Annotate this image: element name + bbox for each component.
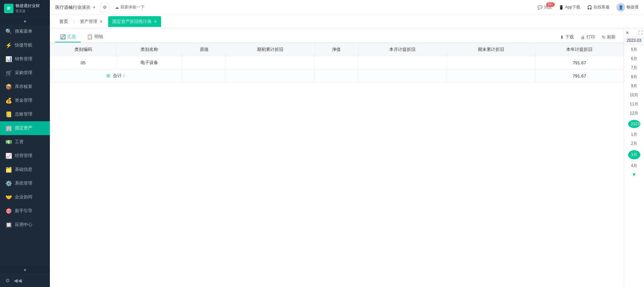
message-badge: 99+ [546, 2, 555, 7]
message-button[interactable]: 💬 消息 99+ [538, 4, 552, 10]
download-label: 下载 [565, 34, 574, 40]
subtab-detail[interactable]: 📋 明细 [82, 32, 108, 42]
sidebar-item-label: 采购管理 [15, 70, 32, 76]
sidebar-item-label: 新手引导 [15, 208, 32, 214]
sidebar-item-search[interactable]: 🔍 搜索菜单 [0, 25, 50, 38]
year-2023-label[interactable]: 2023 [628, 120, 640, 128]
collapse-icon[interactable]: ◀◀ [14, 278, 22, 284]
company-selector[interactable]: 医疗器械行业演示 ▼ [55, 4, 96, 10]
sidebar-bottom: ⚙ ◀◀ [0, 274, 50, 287]
sidebar-item-purchase[interactable]: 🛒 采购管理 [0, 66, 50, 80]
tab-home-label: 首页 [59, 19, 68, 25]
date-item-jul[interactable]: 7月 [624, 63, 644, 72]
date-item-dec[interactable]: 12月 [624, 109, 644, 118]
sidebar-item-quicknav[interactable]: ⚡ 快捷导航 [0, 38, 50, 52]
row-monthly [358, 56, 447, 69]
sidebar-item-label: 经营管理 [15, 153, 32, 159]
mobile-icon: 📱 [559, 5, 564, 10]
app-download-button[interactable]: 📱 App下载 [559, 4, 580, 10]
detail-icon: 📋 [87, 34, 93, 39]
collab-icon: 🤝 [5, 194, 12, 200]
tab-asset-mgmt[interactable]: 资产管理 ✕ [76, 16, 107, 27]
date-item-mar-active[interactable]: 3月 [628, 150, 640, 159]
experience-button[interactable]: ☁ 我要体验一下 [115, 4, 145, 10]
total-initial-dep [226, 69, 314, 83]
experience-label: 我要体验一下 [120, 4, 145, 10]
table-row: 05 电子设备 791.67 [50, 56, 624, 69]
tabbar: 首页 | 资产管理 ✕ 固定资产折旧统计表 ✕ [50, 15, 644, 28]
total-label: ⊞ 合计： [50, 69, 182, 83]
date-item-jan[interactable]: 1月 [624, 130, 644, 139]
sidebar-item-basic[interactable]: 🗂️ 基础信息 [0, 163, 50, 177]
sidebar-item-sales[interactable]: 📊 销售管理 [0, 52, 50, 66]
sidebar-item-operation[interactable]: 📈 经营管理 [0, 149, 50, 163]
sidebar-scroll-up[interactable]: ▲ [0, 17, 50, 25]
tab-asset-mgmt-close[interactable]: ✕ [99, 19, 103, 24]
date-item-aug[interactable]: 8月 [624, 72, 644, 82]
tab-depreciation[interactable]: 固定资产折旧统计表 ✕ [108, 16, 161, 27]
date-item-nov[interactable]: 11月 [624, 100, 644, 109]
customer-service-label: 在线客服 [593, 4, 610, 10]
chevron-down-icon: ▼ [632, 172, 637, 177]
sidebar-item-label: 系统管理 [15, 180, 32, 186]
tab-home[interactable]: 首页 [55, 16, 72, 27]
download-button[interactable]: ⬇ 下载 [557, 33, 577, 41]
sidebar-item-label: 销售管理 [15, 56, 32, 62]
sidebar-item-collab[interactable]: 🤝 企业协同 [0, 190, 50, 204]
customer-service-button[interactable]: 🎧 在线客服 [587, 4, 610, 10]
basic-info-icon: 🗂️ [5, 166, 12, 173]
date-item-oct[interactable]: 10月 [624, 91, 644, 100]
row-code: 05 [50, 56, 116, 69]
sidebar-item-label: 总账管理 [15, 111, 32, 117]
sidebar-item-label: 应用中心 [15, 222, 32, 228]
sales-icon: 📊 [5, 56, 12, 62]
date-panel-expand-icon[interactable]: ⛶ [638, 30, 643, 35]
user-name: 畅捷通 [626, 4, 639, 10]
sidebar-item-guide[interactable]: 🎯 新手引导 [0, 204, 50, 218]
date-item-apr[interactable]: 4月 [624, 161, 644, 170]
tab-depreciation-close[interactable]: ✕ [154, 19, 157, 24]
tab-depreciation-label: 固定资产折旧统计表 [112, 19, 152, 25]
date-scroll-down[interactable]: ▼ [632, 170, 637, 179]
sidebar-item-finance[interactable]: 💰 资金管理 [0, 94, 50, 107]
row-name: 电子设备 [116, 56, 182, 69]
sidebar-scroll-down[interactable]: ▼ [0, 266, 50, 274]
row-initial-dep [226, 56, 314, 69]
user-menu[interactable]: 👤 畅捷通 [616, 3, 639, 12]
total-icon: ⊞ [106, 73, 110, 78]
sidebar-nav: 🔍 搜索菜单 ⚡ 快捷导航 📊 销售管理 🛒 采购管理 📦 库存核算 💰 资金管… [0, 25, 50, 266]
total-ending [447, 69, 535, 83]
payroll-icon: 💵 [5, 139, 12, 145]
col-header-initial-dep: 期初累计折旧 [226, 43, 314, 56]
main-area: 医疗器械行业演示 ▼ ⚙ ☁ 我要体验一下 💬 消息 99+ 📱 App下载 🎧… [50, 0, 644, 287]
row-original [182, 56, 226, 69]
settings-bottom-icon[interactable]: ⚙ [5, 278, 10, 284]
sidebar-item-apps[interactable]: 🔲 应用中心 [0, 218, 50, 232]
refresh-button[interactable]: ↻ 刷新 [599, 33, 618, 41]
date-item-jun[interactable]: 6月 [624, 54, 644, 63]
subtab-summary[interactable]: 🔄 汇总 [55, 32, 81, 42]
apps-icon: 🔲 [5, 222, 12, 228]
sidebar-item-fixed[interactable]: 🏢 固定资产 [0, 121, 50, 135]
date-item-may[interactable]: 5月 [624, 45, 644, 54]
sidebar-item-inventory[interactable]: 📦 库存核算 [0, 80, 50, 94]
finance-icon: 💰 [5, 97, 12, 104]
sidebar-item-ledger[interactable]: 📒 总账管理 [0, 107, 50, 121]
total-net [314, 69, 358, 83]
sidebar-item-payroll[interactable]: 💵 工资 [0, 135, 50, 149]
print-button[interactable]: 🖨 打印 [578, 33, 598, 41]
date-panel-close-icon[interactable]: ✕ [625, 30, 629, 35]
logo-icon: 财 [4, 4, 13, 13]
sidebar-item-system[interactable]: ⚙️ 系统管理 [0, 177, 50, 190]
date-item-feb[interactable]: 2月 [624, 139, 644, 148]
date-item-sep[interactable]: 9月 [624, 82, 644, 91]
print-label: 打印 [586, 34, 595, 40]
table-total-row: ⊞ 合计： 791.67 [50, 69, 624, 83]
topbar-settings-button[interactable]: ⚙ [100, 3, 110, 12]
guide-icon: 🎯 [5, 208, 12, 214]
sidebar-item-label: 企业协同 [15, 194, 32, 200]
app-title: 畅捷通好业财 [16, 3, 40, 9]
depreciation-table: 类别编码 类别名称 原值 期初累计折旧 净值 本月计提折旧 期末累计折旧 本年计… [50, 43, 624, 83]
content-main: 🔄 汇总 📋 明细 ⬇ 下载 🖨 打印 ↻ [50, 28, 624, 287]
sidebar-item-label: 基础信息 [15, 166, 32, 172]
